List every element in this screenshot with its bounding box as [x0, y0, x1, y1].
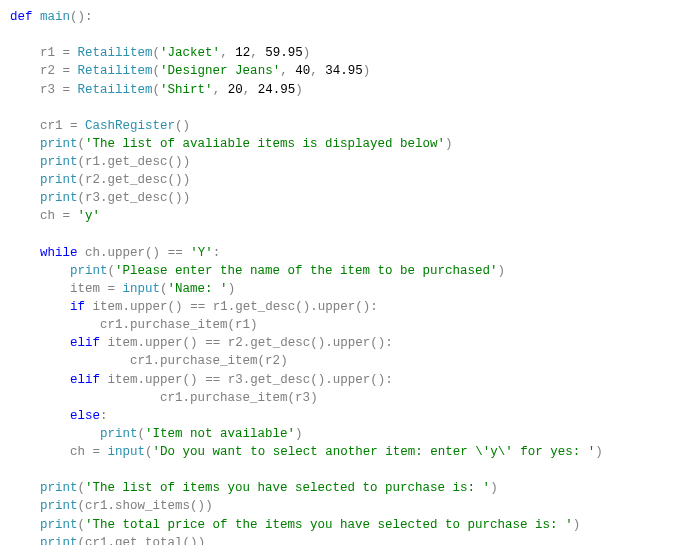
fn-main: main	[40, 10, 70, 24]
code-block: def main(): r1 = Retailitem('Jacket', 12…	[10, 8, 668, 545]
kw-def: def	[10, 10, 33, 24]
